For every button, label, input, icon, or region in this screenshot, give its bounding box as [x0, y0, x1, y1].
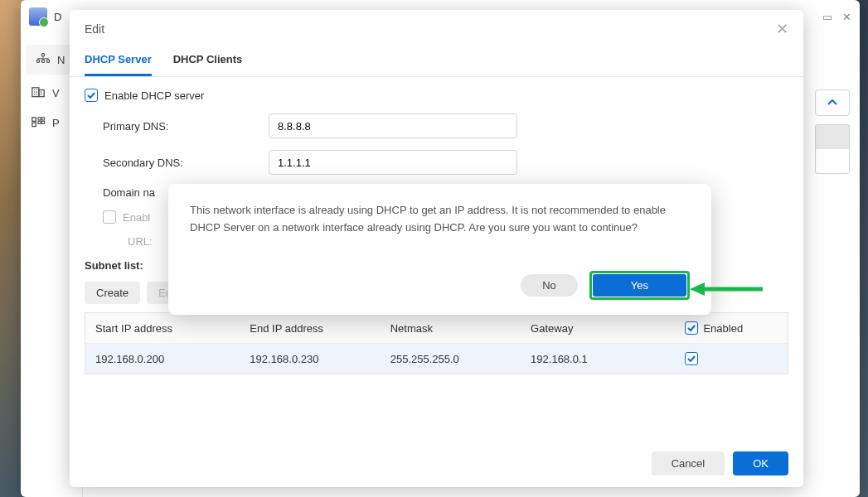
tab-dhcp-clients[interactable]: DHCP Clients	[173, 48, 243, 76]
confirm-message: This network interface is already using …	[190, 202, 690, 237]
boxes-icon	[31, 116, 46, 129]
secondary-dns-label: Secondary DNS:	[103, 157, 269, 169]
yes-highlight: Yes	[589, 271, 690, 300]
svg-point-2	[41, 60, 44, 62]
tab-dhcp-server[interactable]: DHCP Server	[85, 48, 152, 76]
svg-rect-10	[38, 121, 41, 123]
enable-dhcp-label: Enable DHCP server	[104, 89, 204, 102]
cell-gateway: 192.168.0.1	[521, 345, 675, 374]
svg-rect-11	[41, 121, 44, 123]
close-icon[interactable]: ✕	[842, 11, 851, 23]
sidebar-item-label: V	[52, 87, 60, 99]
primary-dns-row: Primary DNS:	[103, 113, 788, 138]
restore-icon[interactable]: ▭	[822, 11, 832, 23]
cell-netmask: 255.255.255.0	[381, 345, 521, 374]
cell-end-ip: 192.168.0.230	[240, 345, 380, 374]
col-end-ip: End IP address	[240, 314, 380, 343]
col-netmask: Netmask	[381, 314, 521, 343]
svg-rect-8	[38, 118, 41, 120]
confirm-dialog: This network interface is already using …	[168, 184, 711, 315]
primary-dns-label: Primary DNS:	[103, 120, 269, 133]
svg-point-1	[36, 60, 39, 62]
chevron-up-icon[interactable]	[815, 89, 850, 116]
svg-rect-9	[41, 118, 44, 120]
app-title: D	[54, 11, 61, 23]
subnet-table: Start IP address End IP address Netmask …	[85, 312, 788, 374]
svg-point-3	[46, 60, 49, 62]
confirm-buttons: No Yes	[190, 271, 690, 300]
col-start-ip: Start IP address	[85, 314, 240, 343]
table-header: Start IP address End IP address Netmask …	[85, 313, 788, 344]
no-button[interactable]: No	[521, 274, 578, 297]
enable-dhcp-checkbox[interactable]	[85, 89, 98, 102]
primary-dns-input[interactable]	[269, 113, 517, 138]
secondary-dns-row: Secondary DNS:	[103, 150, 788, 175]
enable-dhcp-row: Enable DHCP server	[85, 89, 788, 102]
dialog-header: Edit ✕	[70, 10, 803, 48]
tab-bar: DHCP Server DHCP Clients	[70, 48, 803, 77]
cell-start-ip: 192.168.0.200	[85, 345, 240, 374]
col-gateway: Gateway	[521, 314, 675, 343]
close-icon[interactable]: ✕	[776, 20, 788, 38]
cell-enabled	[675, 344, 788, 374]
svg-rect-6	[32, 118, 36, 121]
row-enabled-checkbox[interactable]	[685, 352, 698, 365]
dialog-footer: Cancel OK	[70, 440, 803, 487]
ok-button[interactable]: OK	[733, 451, 788, 475]
app-icon	[29, 7, 47, 26]
enable-sub-label: Enabl	[123, 211, 150, 224]
svg-rect-5	[39, 89, 44, 96]
enable-sub-checkbox[interactable]	[103, 210, 116, 224]
secondary-dns-input[interactable]	[269, 150, 517, 175]
svg-rect-7	[32, 123, 36, 126]
yes-button[interactable]: Yes	[593, 274, 686, 297]
header-enabled-checkbox[interactable]	[685, 321, 698, 335]
right-panel-box	[815, 124, 850, 174]
building-icon	[31, 86, 46, 99]
col-enabled-label: Enabled	[703, 322, 743, 335]
table-row[interactable]: 192.168.0.200 192.168.0.230 255.255.255.…	[85, 344, 788, 374]
svg-point-0	[41, 54, 44, 56]
dialog-title: Edit	[85, 22, 104, 36]
sidebar-item-label: N	[57, 54, 65, 66]
col-enabled: Enabled	[675, 313, 788, 343]
cancel-button[interactable]: Cancel	[652, 451, 725, 475]
network-icon	[36, 53, 51, 66]
right-collapsed-panel	[815, 89, 850, 174]
svg-rect-4	[32, 88, 39, 97]
create-button[interactable]: Create	[85, 282, 140, 304]
sidebar-item-label: P	[52, 117, 60, 129]
